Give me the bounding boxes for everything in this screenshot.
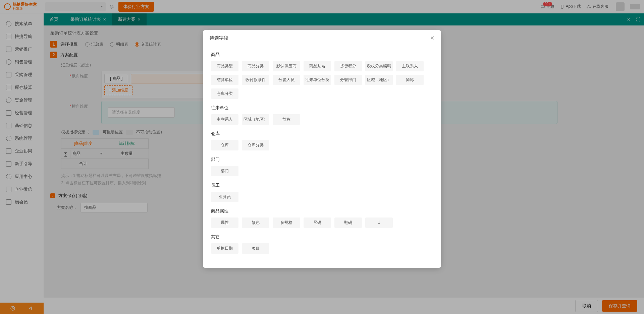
field-chip[interactable]: 商品类型 <box>211 61 238 71</box>
field-group-title: 往来单位 <box>211 105 433 111</box>
field-chip[interactable]: 颜色 <box>242 217 269 228</box>
field-chip[interactable]: 仓库分类 <box>242 140 269 150</box>
field-group-title: 商品属性 <box>211 208 433 214</box>
close-icon[interactable]: ✕ <box>430 35 434 41</box>
field-group: 其它单据日期项目 <box>211 234 433 254</box>
field-group-title: 其它 <box>211 234 433 240</box>
field-group: 仓库仓库仓库分类 <box>211 131 433 150</box>
field-chip[interactable]: 分管人员 <box>273 75 300 85</box>
field-chip[interactable]: 收付款条件 <box>242 75 269 85</box>
field-chip[interactable]: 简称 <box>396 75 424 85</box>
field-chip[interactable]: 往来单位分类 <box>304 75 331 85</box>
field-chip[interactable]: 仓库 <box>211 140 238 150</box>
field-chip[interactable]: 1 <box>365 217 393 228</box>
field-chip[interactable]: 部门 <box>211 166 238 176</box>
field-chip[interactable]: 仓库分类 <box>211 88 238 99</box>
field-chip[interactable]: 属性 <box>211 217 238 228</box>
field-group-title: 商品 <box>211 52 433 58</box>
field-chip[interactable]: 单据日期 <box>211 243 238 254</box>
field-group: 员工业务员 <box>211 182 433 202</box>
field-chip[interactable]: 简称 <box>273 114 300 125</box>
field-chip[interactable]: 税收分类编码 <box>365 61 393 71</box>
field-group: 商品商品类型商品分类默认供应商商品别名拣货积分税收分类编码主联系人结算单位收付款… <box>211 52 433 99</box>
field-group: 部门部门 <box>211 156 433 176</box>
field-chip[interactable]: 区域（地区） <box>365 75 393 85</box>
field-chip[interactable]: 商品分类 <box>242 61 269 71</box>
field-chip[interactable]: 结算单位 <box>211 75 238 85</box>
modal-overlay[interactable]: 待选字段 ✕ 商品商品类型商品分类默认供应商商品别名拣货积分税收分类编码主联系人… <box>0 0 644 314</box>
field-chip[interactable]: 商品别名 <box>304 61 331 71</box>
field-group-title: 部门 <box>211 156 433 163</box>
field-group-title: 仓库 <box>211 131 433 137</box>
field-chip[interactable]: 主联系人 <box>396 61 424 71</box>
field-group-title: 员工 <box>211 182 433 188</box>
field-chip[interactable]: 项目 <box>242 243 269 254</box>
field-chip[interactable]: 业务员 <box>211 192 238 202</box>
field-chip[interactable]: 多规格 <box>273 217 300 228</box>
field-chip[interactable]: 鞋码 <box>334 217 362 228</box>
modal-title: 待选字段 <box>210 35 228 41</box>
field-picker-modal: 待选字段 ✕ 商品商品类型商品分类默认供应商商品别名拣货积分税收分类编码主联系人… <box>203 30 441 268</box>
field-chip[interactable]: 区域（地区） <box>242 114 269 125</box>
field-chip[interactable]: 分管部门 <box>334 75 362 85</box>
field-chip[interactable]: 尺码 <box>304 217 331 228</box>
field-chip[interactable]: 默认供应商 <box>273 61 300 71</box>
field-group: 往来单位主联系人区域（地区）简称 <box>211 105 433 125</box>
field-chip[interactable]: 拣货积分 <box>334 61 362 71</box>
field-chip[interactable]: 主联系人 <box>211 114 238 125</box>
field-group: 商品属性属性颜色多规格尺码鞋码1 <box>211 208 433 228</box>
